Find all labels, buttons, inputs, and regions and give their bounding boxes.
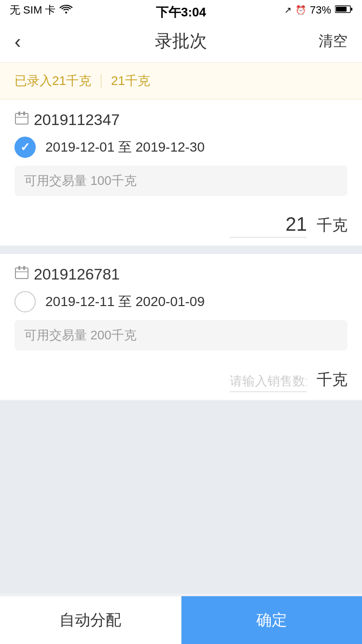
back-button[interactable]: ‹ xyxy=(14,32,21,51)
qty-input-row-2: 千克 xyxy=(0,360,362,400)
clear-button[interactable]: 清空 xyxy=(319,31,348,51)
battery-text: 73% xyxy=(310,4,331,16)
svg-rect-5 xyxy=(23,112,25,115)
batch-id-row-1: 2019112347 xyxy=(14,111,348,129)
status-left: 无 SIM 卡 xyxy=(10,3,73,17)
nav-bar: ‹ 录批次 清空 xyxy=(0,20,362,63)
empty-area xyxy=(0,401,362,594)
qty-input-1[interactable] xyxy=(230,213,307,235)
batch-icon-2 xyxy=(14,266,29,283)
batch-date-row-2: 2019-12-11 至 2020-01-09 xyxy=(14,291,348,312)
batch-date-text-2: 2019-12-11 至 2020-01-09 xyxy=(45,293,205,311)
no-sim-text: 无 SIM 卡 xyxy=(10,3,56,17)
radio-btn-1[interactable] xyxy=(14,137,36,158)
batch-id-row-2: 2019126781 xyxy=(14,266,348,283)
battery-icon xyxy=(335,4,352,16)
recorded-label: 已录入21千克 xyxy=(14,72,91,89)
batch-date-text-1: 2019-12-01 至 2019-12-30 xyxy=(45,138,205,156)
svg-rect-7 xyxy=(15,268,28,279)
batch-item-2: 2019126781 2019-12-11 至 2020-01-09 可用交易量… xyxy=(0,254,362,350)
available-qty-1: 可用交易量 100千克 xyxy=(14,166,348,196)
available-qty-2: 可用交易量 200千克 xyxy=(14,320,348,350)
page-title: 录批次 xyxy=(155,29,207,53)
svg-rect-4 xyxy=(18,112,20,115)
svg-rect-1 xyxy=(351,8,352,11)
batch-id-text-2: 2019126781 xyxy=(34,266,120,283)
info-divider xyxy=(101,74,101,88)
batch-id-text-1: 2019112347 xyxy=(34,111,120,129)
batch-date-row-1: 2019-12-01 至 2019-12-30 xyxy=(14,137,348,158)
radio-btn-2[interactable] xyxy=(14,291,36,312)
qty-input-row-1: 千克 xyxy=(0,206,362,245)
wifi-icon xyxy=(59,4,73,16)
batch-icon-1 xyxy=(14,112,29,128)
info-banner: 已录入21千克 21千克 xyxy=(0,63,362,99)
batch-card-1: 2019112347 2019-12-01 至 2019-12-30 可用交易量… xyxy=(0,99,362,245)
svg-rect-3 xyxy=(15,113,28,124)
batch-card-2: 2019126781 2019-12-11 至 2020-01-09 可用交易量… xyxy=(0,254,362,400)
status-bar: 无 SIM 卡 下午3:04 ↗ ⏰ 73% xyxy=(0,0,362,20)
status-right: ↗ ⏰ 73% xyxy=(284,4,352,16)
qty-unit-2: 千克 xyxy=(317,369,348,391)
alarm-icon: ⏰ xyxy=(295,5,306,15)
location-icon: ↗ xyxy=(284,5,292,15)
qty-input-2[interactable] xyxy=(230,368,307,390)
status-time: 下午3:04 xyxy=(156,4,206,21)
recorded-value: 21千克 xyxy=(111,72,150,89)
svg-rect-9 xyxy=(23,266,25,270)
svg-rect-8 xyxy=(18,266,20,270)
auto-distribute-button[interactable]: 自动分配 xyxy=(0,596,181,644)
qty-unit-1: 千克 xyxy=(317,215,348,236)
section-divider xyxy=(0,246,362,254)
qty-underline-2 xyxy=(230,368,307,392)
batch-item-1: 2019112347 2019-12-01 至 2019-12-30 可用交易量… xyxy=(0,99,362,196)
footer: 自动分配 确定 xyxy=(0,596,362,644)
svg-rect-2 xyxy=(336,7,347,12)
qty-underline-1 xyxy=(230,213,307,238)
confirm-button[interactable]: 确定 xyxy=(181,596,362,644)
